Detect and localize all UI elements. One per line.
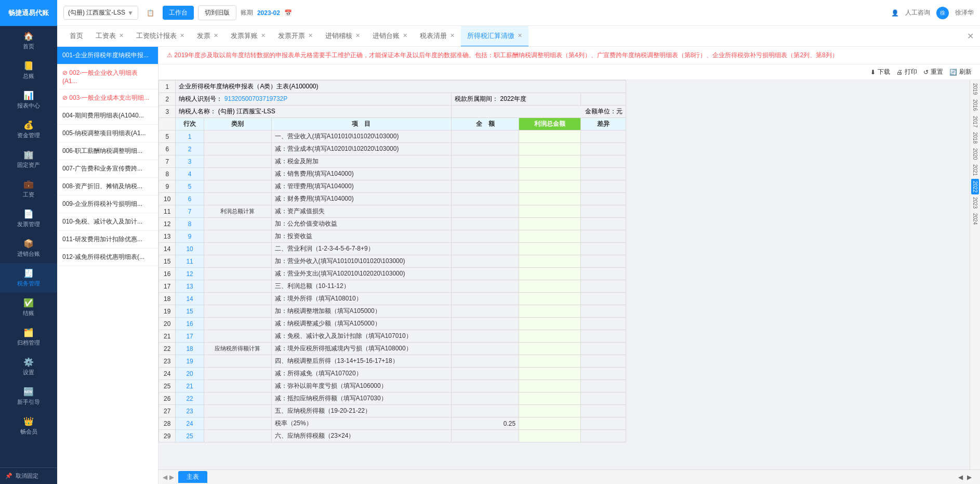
sidebar-item-ledger[interactable]: 📒 总账 [0, 56, 57, 85]
topbar: (勾册) 江西服宝-LSS ▼ 📋 工作台 切到旧版 账期 2023-02 📅 … [57, 0, 980, 26]
content-area: 001-企业所得税年度纳税申报... ⊘ 002-一般企业收入明细表(A1...… [57, 47, 980, 484]
scroll-right-icon[interactable]: ▶ [967, 474, 972, 481]
side-year-2020[interactable]: 2020 [971, 146, 979, 162]
left-panel-item-009[interactable]: 009-企业所得税补亏损明细... [57, 195, 158, 213]
left-panel-item-005[interactable]: 005-纳税调整项目明细表(A1... [57, 125, 158, 142]
left-panel-item-004[interactable]: 004-期间费用明细表(A1040... [57, 107, 158, 125]
tab-purchase-check[interactable]: 进销稽核 ✕ [319, 26, 366, 47]
left-panel-item-010[interactable]: 010-免税、减计收入及加计... [57, 213, 158, 231]
tab-invoice-calc[interactable]: 发票算账 ✕ [224, 26, 272, 47]
left-panel-item-008[interactable]: 008-资产折旧、摊销及纳税... [57, 178, 158, 195]
tab-invoice-calc-close[interactable]: ✕ [261, 32, 266, 39]
copy-icon-button[interactable]: 📋 [142, 7, 158, 19]
col-header-leibie: 类别 [204, 118, 271, 130]
download-button[interactable]: ⬇ 下载 [870, 68, 890, 76]
left-panel-item-012[interactable]: 012-减免所得税优惠明细表(... [57, 248, 158, 266]
table-row: 22 18 应纳税所得额计算 减：境外应税所得抵减境内亏损（填写A108000） [159, 343, 626, 355]
left-panel-item-006[interactable]: 006-职工薪酬纳税调整明细... [57, 142, 158, 160]
switch-version-button[interactable]: 切到旧版 [198, 5, 236, 20]
table-row: 17 13 三、利润总额（10-11-12） [159, 280, 626, 293]
user-name[interactable]: 徐泽华 [955, 8, 974, 17]
error-icon: ⊘ [62, 69, 69, 76]
tab-salary-close[interactable]: ✕ [119, 32, 124, 39]
tab-purchase-ledger[interactable]: 进销台账 ✕ [366, 26, 414, 47]
sidebar-item-report[interactable]: 📊 报表中心 [0, 85, 57, 115]
refresh-button[interactable]: 🔄 刷新 [949, 68, 972, 76]
tab-income-tax-close[interactable]: ✕ [518, 32, 522, 39]
sidebar-item-guide[interactable]: 🆕 新手引导 [0, 382, 57, 411]
close-all-tabs-button[interactable]: ✕ [967, 31, 974, 41]
sidebar-item-home[interactable]: 🏠 首页 [0, 26, 57, 56]
tab-home[interactable]: 首页 [63, 26, 89, 47]
side-year-panel: 2019 2016 2017 2018 2020 2021 2022 2023 … [970, 80, 980, 469]
sheet-nav-right[interactable]: ▶ [169, 474, 174, 481]
table-row: 29 25 六、应纳所得税额（23×24） [159, 430, 626, 442]
sidebar-item-fund[interactable]: 💰 资金管理 [0, 115, 57, 145]
sidebar-item-invoice[interactable]: 📄 发票管理 [0, 204, 57, 233]
side-year-2024[interactable]: 2024 [971, 211, 979, 227]
tab-invoice-open-close[interactable]: ✕ [308, 32, 313, 39]
left-panel-item-002[interactable]: ⊘ 002-一般企业收入明细表(A1... [57, 64, 158, 89]
table-row: 13 9 加：投资收益 [159, 230, 626, 243]
company-selector[interactable]: (勾册) 江西服宝-LSS ▼ [63, 6, 138, 20]
sidebar-item-purchase[interactable]: 📦 进销台账 [0, 233, 57, 263]
sidebar-item-member[interactable]: 👑 畅会员 [0, 411, 57, 441]
left-panel-item-007[interactable]: 007-广告费和业务宣传费跨... [57, 160, 158, 178]
spreadsheet-toolbar: ⬇ 下载 🖨 打印 ↺ 重置 🔄 刷新 [158, 64, 980, 80]
tab-tax-table[interactable]: 税表清册 ✕ [414, 26, 461, 47]
sidebar-item-settings[interactable]: ⚙️ 设置 [0, 352, 57, 382]
print-button[interactable]: 🖨 打印 [896, 68, 917, 76]
left-panel-item-011[interactable]: 011-研发费用加计扣除优惠... [57, 231, 158, 248]
sheet-nav-left[interactable]: ◀ [163, 474, 167, 481]
tab-purchase-ledger-close[interactable]: ✕ [403, 32, 407, 39]
workspace-button[interactable]: 工作台 [163, 6, 194, 20]
sheet-tab-main[interactable]: 主表 [178, 471, 207, 483]
col-header-profit: 利润总金额 [519, 118, 581, 130]
tab-salary-report-close[interactable]: ✕ [180, 32, 184, 39]
side-year-2022[interactable]: 2022 [971, 179, 979, 194]
reset-icon: ↺ [923, 69, 929, 76]
col-header-diff: 差异 [581, 118, 626, 130]
tab-invoice[interactable]: 发票 ✕ [191, 26, 224, 47]
left-panel-item-003[interactable]: ⊘ 003-一般企业成本支出明细... [57, 89, 158, 107]
table-row: 16 12 减：营业外支出(填写A102010\102020\103000) [159, 268, 626, 280]
side-year-2018[interactable]: 2018 [971, 130, 979, 146]
side-year-2021[interactable]: 2021 [971, 162, 979, 178]
tab-invoice-close[interactable]: ✕ [214, 32, 218, 39]
side-year-2017[interactable]: 2017 [971, 114, 979, 129]
col-header-jine: 全 额 [452, 118, 519, 130]
sidebar-bottom: 📌 取消固定 [0, 467, 57, 484]
bottom-scroll-area: ◀ ▶ [207, 472, 976, 482]
tab-purchase-check-close[interactable]: ✕ [355, 32, 360, 39]
tab-salary-report[interactable]: 工资统计报表 ✕ [130, 26, 191, 47]
user-service-label[interactable]: 人工咨询 [905, 8, 930, 17]
period-value: 2023-02 [257, 9, 280, 17]
side-year-2016[interactable]: 2016 [971, 97, 979, 113]
sidebar-item-archive[interactable]: 🗂️ 归档管理 [0, 322, 57, 352]
tab-tax-table-close[interactable]: ✕ [450, 32, 455, 39]
empty-cell [581, 93, 626, 106]
side-year-2019[interactable]: 2019 [971, 81, 979, 97]
unpin-button[interactable]: 📌 取消固定 [0, 468, 57, 484]
spreadsheet-main[interactable]: 1 企业所得税年度纳税申报表（A类）主表(A100000) 2 纳税人识别号： … [158, 80, 970, 469]
sidebar-item-asset[interactable]: 🏢 固定资产 [0, 145, 57, 174]
side-year-2023[interactable]: 2023 [971, 195, 979, 211]
user-service-icon: 👤 [891, 9, 899, 17]
warning-text: 2019年度步及取以前年度结转数据的申报表单元格需要手工维护正确，才能保证本年及… [174, 51, 838, 59]
taxpayer-id-cell: 纳税人识别号： 91320500703719732P [176, 93, 452, 106]
tab-salary[interactable]: 工资表 ✕ [89, 26, 130, 47]
sidebar: 畅捷通易代账 🏠 首页 📒 总账 📊 报表中心 💰 资金管理 🏢 固定资产 💼 … [0, 0, 57, 484]
sidebar-item-settle[interactable]: ✅ 结账 [0, 293, 57, 322]
left-panel-item-001[interactable]: 001-企业所得税年度纳税申报... [57, 47, 158, 64]
asset-icon: 🏢 [23, 150, 34, 160]
scroll-left-icon[interactable]: ◀ [958, 474, 963, 481]
table-row: 28 24 税率（25%） 0.25 [159, 417, 626, 430]
spreadsheet-wrapper: 1 企业所得税年度纳税申报表（A类）主表(A100000) 2 纳税人识别号： … [158, 80, 980, 469]
calendar-icon[interactable]: 📅 [284, 9, 292, 17]
tab-invoice-open[interactable]: 发票开票 ✕ [272, 26, 319, 47]
reset-button[interactable]: ↺ 重置 [923, 68, 943, 76]
sidebar-item-salary[interactable]: 💼 工资 [0, 174, 57, 204]
tab-income-tax[interactable]: 所得税汇算清缴 ✕ [461, 26, 528, 47]
sidebar-item-tax[interactable]: 🧾 税务管理 [0, 263, 57, 293]
table-row: 14 10 二、营业利润（1-2-3-4-5-6-7-8+9） [159, 243, 626, 255]
